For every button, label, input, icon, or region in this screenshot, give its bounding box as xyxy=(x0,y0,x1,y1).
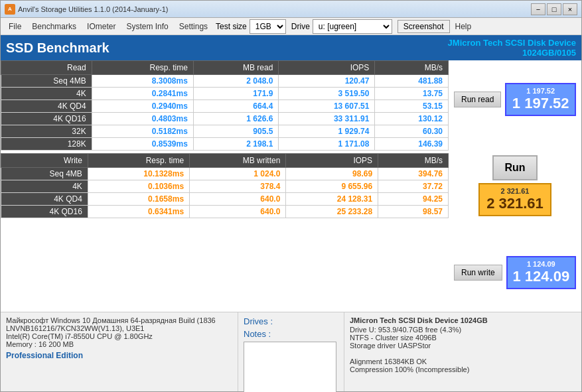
col-resp-time: Resp. time xyxy=(92,61,193,75)
drive-label: Drive xyxy=(291,22,310,31)
ssd-benchmark-title: SSD Benchmark xyxy=(6,40,109,56)
write-score-large: 1 124.09 xyxy=(510,268,572,285)
table-row: 4K QD16 0.6341ms 640.0 25 233.28 98.57 xyxy=(1,206,449,218)
pro-edition-label: Professional Edition xyxy=(6,351,232,360)
minimize-button[interactable]: − xyxy=(531,3,546,15)
test-size-select[interactable]: 1GB 4GB 8GB xyxy=(250,19,286,34)
window-controls: − □ × xyxy=(531,3,577,15)
drives-label: Drives : xyxy=(244,316,338,326)
main-window: A Anvil's Storage Utilities 1.1.0 (2014-… xyxy=(0,0,582,392)
table-row: 4K 0.1036ms 378.4 9 655.96 37.72 xyxy=(1,180,449,193)
drives-text: Drives : xyxy=(244,316,273,326)
col-iops-read: IOPS xyxy=(279,61,375,75)
test-size-group: Test size 1GB 4GB 8GB xyxy=(216,19,286,34)
main-area: SSD Benchmark JMicron Tech SCSI Disk Dev… xyxy=(1,35,581,391)
test-size-label: Test size xyxy=(216,22,247,31)
write-score-box: 1 124.09 1 124.09 xyxy=(506,256,576,289)
notes-text: Notes : xyxy=(244,329,271,339)
read-table: Read Resp. time MB read IOPS MB/s Seq 4M… xyxy=(1,60,449,151)
device-line2: 1024GB/0105 xyxy=(448,48,576,58)
table-row: 128K 0.8539ms 2 198.1 1 171.08 146.39 xyxy=(1,138,449,151)
device-detail-text: Drive U: 953.9/40.7GB free (4.3%) NTFS -… xyxy=(350,326,576,373)
run-score-large: 2 321.61 xyxy=(482,195,547,212)
table-row: Seq 4MB 10.1328ms 1 024.0 98.69 394.76 xyxy=(1,168,449,180)
title-bar-left: A Anvil's Storage Utilities 1.1.0 (2014-… xyxy=(5,4,168,15)
run-write-button[interactable]: Run write xyxy=(454,265,502,281)
screenshot-button[interactable]: Screenshot xyxy=(398,20,450,33)
col-mbs-write: MB/s xyxy=(378,154,449,168)
notes-label: Notes : xyxy=(244,329,338,339)
header-bar: SSD Benchmark JMicron Tech SCSI Disk Dev… xyxy=(1,35,581,60)
window-title: Anvil's Storage Utilities 1.1.0 (2014-Ja… xyxy=(18,5,168,13)
table-row: 4K QD4 0.2940ms 664.4 13 607.51 53.15 xyxy=(1,100,449,113)
col-read: Read xyxy=(1,61,92,75)
run-center: Run 2 321.61 2 321.61 xyxy=(478,155,551,216)
run-row: Run 2 321.61 2 321.61 xyxy=(454,155,576,216)
run-score-small: 2 321.61 xyxy=(482,187,547,195)
app-icon: A xyxy=(5,4,15,15)
table-row: 4K QD16 0.4803ms 1 626.6 33 311.91 130.1… xyxy=(1,113,449,125)
col-resp-time-w: Resp. time xyxy=(88,154,189,168)
run-button[interactable]: Run xyxy=(492,155,537,180)
run-write-row: Run write 1 124.09 1 124.09 xyxy=(454,256,576,289)
menu-bar: File Benchmarks IOmeter System Info Sett… xyxy=(1,18,581,35)
drive-select[interactable]: u: [ugreen] xyxy=(313,19,392,34)
menu-benchmarks[interactable]: Benchmarks xyxy=(27,21,82,33)
bottom-sys-info: Майкрософт Windows 10 Домашняя 64-разряд… xyxy=(1,312,238,391)
menu-settings[interactable]: Settings xyxy=(174,21,213,33)
content-area: Read Resp. time MB read IOPS MB/s Seq 4M… xyxy=(1,60,581,312)
maximize-button[interactable]: □ xyxy=(547,3,561,15)
run-read-button[interactable]: Run read xyxy=(454,92,501,107)
close-button[interactable]: × xyxy=(563,3,577,15)
col-mb-read: MB read xyxy=(193,61,278,75)
menu-system-info[interactable]: System Info xyxy=(121,21,173,33)
col-mbs-read: MB/s xyxy=(375,61,449,75)
device-line1: JMicron Tech SCSI Disk Device xyxy=(448,38,576,48)
title-bar: A Anvil's Storage Utilities 1.1.0 (2014-… xyxy=(1,1,581,18)
notes-area[interactable] xyxy=(244,342,336,392)
menu-iometer[interactable]: IOmeter xyxy=(82,21,121,33)
device-info-title: JMicron Tech SCSI Disk Device 1024GB xyxy=(350,316,576,324)
table-row: 4K QD4 0.1658ms 640.0 24 128.31 94.25 xyxy=(1,193,449,206)
read-score-box: 1 197.52 1 197.52 xyxy=(505,83,576,116)
run-score-box: 2 321.61 2 321.61 xyxy=(478,183,551,216)
table-row: 4K 0.2841ms 171.9 3 519.50 13.75 xyxy=(1,88,449,100)
sys-info-text: Майкрософт Windows 10 Домашняя 64-разряд… xyxy=(6,316,232,348)
col-iops-write: IOPS xyxy=(286,154,378,168)
bottom-device-info: JMicron Tech SCSI Disk Device 1024GB Dri… xyxy=(344,312,581,391)
bottom-drives-notes: Drives : Notes : xyxy=(238,312,344,391)
menu-help[interactable]: Help xyxy=(450,21,477,33)
write-table: Write Resp. time MB written IOPS MB/s Se… xyxy=(1,153,449,218)
table-row: Seq 4MB 8.3008ms 2 048.0 120.47 481.88 xyxy=(1,75,449,88)
drive-group: Drive u: [ugreen] xyxy=(291,19,392,34)
table-section: Read Resp. time MB read IOPS MB/s Seq 4M… xyxy=(1,60,449,312)
device-info: JMicron Tech SCSI Disk Device 1024GB/010… xyxy=(448,38,576,58)
table-row: 32K 0.5182ms 905.5 1 929.74 60.30 xyxy=(1,125,449,138)
menu-file[interactable]: File xyxy=(3,21,27,33)
bottom-section: Майкрософт Windows 10 Домашняя 64-разряд… xyxy=(1,312,581,391)
right-panel: Run read 1 197.52 1 197.52 Run 2 321.61 … xyxy=(449,60,581,312)
read-score-large: 1 197.52 xyxy=(509,95,572,112)
read-score-small: 1 197.52 xyxy=(509,87,572,95)
col-mb-written: MB written xyxy=(190,154,286,168)
run-read-row: Run read 1 197.52 1 197.52 xyxy=(454,83,576,116)
write-score-small: 1 124.09 xyxy=(510,260,572,268)
col-write: Write xyxy=(1,154,88,168)
